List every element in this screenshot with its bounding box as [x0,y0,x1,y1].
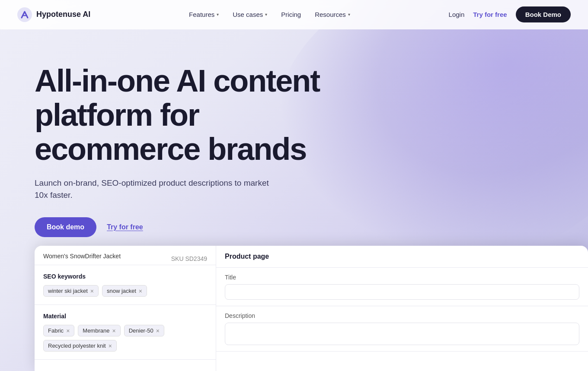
material-tag-membrane: Membrane × [78,325,120,336]
remove-tag-recycled-button[interactable]: × [109,343,112,349]
hero-try-free-button[interactable]: Try for free [107,223,143,231]
remove-tag-denier-button[interactable]: × [156,328,160,334]
material-section: Material Fabric × Membrane × Denier-50 × [35,305,216,360]
chevron-down-icon: ▾ [348,12,350,17]
material-tag-denier: Denier-50 × [124,325,164,336]
chevron-down-icon: ▾ [265,12,267,17]
nav-links: Features ▾ Use cases ▾ Pricing Resources… [189,11,350,18]
card-right-panel: Product page Title Description [216,246,588,371]
seo-tag-snow: snow jacket × [102,285,147,297]
product-name-tab: Women's SnowDrifter Jacket [43,253,121,265]
hero-title: All-in-one AI content platform for ecomm… [35,64,372,167]
page-wrapper: Hypotenuse AI Features ▾ Use cases ▾ Pri… [0,0,588,371]
remove-tag-winter-button[interactable]: × [90,288,94,294]
material-tag-fabric: Fabric × [43,325,74,336]
title-input[interactable] [225,284,579,300]
remove-tag-snow-button[interactable]: × [139,288,142,294]
remove-tag-fabric-button[interactable]: × [66,328,70,334]
nav-pricing[interactable]: Pricing [281,11,301,18]
logo-icon [17,7,32,22]
hero-book-demo-button[interactable]: Book demo [35,217,96,237]
hero-subtitle: Launch on-brand, SEO-optimized product d… [35,177,277,202]
nav-actions: Login Try for free Book Demo [449,6,571,22]
material-tags-group: Fabric × Membrane × Denier-50 × Recycl [43,325,207,352]
material-tag-recycled: Recycled polyester knit × [43,340,117,352]
logo-text: Hypotenuse AI [36,10,90,19]
description-input[interactable] [225,323,579,345]
nav-resources[interactable]: Resources ▾ [315,11,350,18]
seo-tags-group: winter ski jacket × snow jacket × [43,285,207,297]
nav-features[interactable]: Features ▾ [189,11,219,18]
title-field-label: Title [225,274,579,281]
product-card: Women's SnowDrifter Jacket SKU SD2349 SE… [35,246,588,371]
nav-book-demo-button[interactable]: Book Demo [516,6,571,22]
title-field-group: Title [216,268,588,306]
nav-use-cases[interactable]: Use cases ▾ [233,11,267,18]
logo-link[interactable]: Hypotenuse AI [17,7,90,22]
seo-label: SEO keywords [43,273,207,280]
hero-section: All-in-one AI content platform for ecomm… [0,29,588,254]
navbar: Hypotenuse AI Features ▾ Use cases ▾ Pri… [0,0,588,29]
seo-tag-winter: winter ski jacket × [43,285,99,297]
chevron-down-icon: ▾ [217,12,219,17]
remove-tag-membrane-button[interactable]: × [112,328,115,334]
description-field-label: Description [225,312,579,319]
material-label: Material [43,313,207,320]
login-button[interactable]: Login [449,11,465,18]
sku-label: SKU SD2349 [171,255,207,262]
bottom-section: Women's SnowDrifter Jacket SKU SD2349 SE… [0,241,588,371]
seo-keywords-section: SEO keywords winter ski jacket × snow ja… [35,265,216,305]
nav-try-free-button[interactable]: Try for free [473,11,507,18]
hero-actions: Book demo Try for free [35,217,562,237]
svg-point-0 [17,7,32,22]
description-field-group: Description [216,306,588,352]
card-left-panel: Women's SnowDrifter Jacket SKU SD2349 SE… [35,246,216,371]
